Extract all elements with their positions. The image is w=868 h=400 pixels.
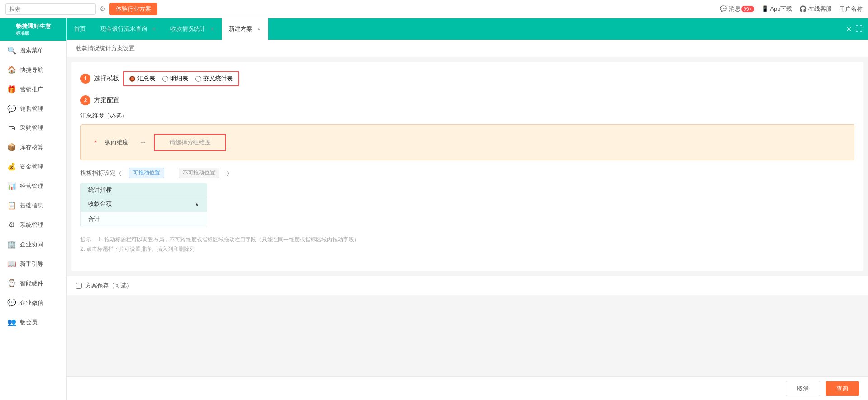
sidebar-item-weixin[interactable]: 💬 企业微信 bbox=[0, 293, 66, 312]
radio-detail-input[interactable] bbox=[162, 76, 168, 82]
search-menu-icon: 🔍 bbox=[7, 46, 16, 55]
sidebar-item-finance[interactable]: 💰 资金管理 bbox=[0, 157, 66, 176]
sidebar-item-smart-hw[interactable]: ⌚ 智能硬件 bbox=[0, 273, 66, 293]
logo-badge: 标准版 bbox=[16, 30, 51, 37]
logo-text: 畅捷通好生意 bbox=[16, 22, 51, 30]
indicator-table-row: 合计 bbox=[81, 211, 207, 227]
column-dropdown-icon[interactable]: ∨ bbox=[195, 201, 199, 207]
gear-icon[interactable]: ⚙ bbox=[99, 5, 106, 13]
tips-section: 提示： 1. 拖动标题栏可以调整布局，不可跨维度或指标区域拖动栏目字段（只能在同… bbox=[80, 236, 854, 253]
app-download[interactable]: 📱 App下载 bbox=[761, 5, 792, 13]
sidebar-item-purchase[interactable]: 🛍 采购管理 bbox=[0, 118, 66, 137]
search-input[interactable] bbox=[5, 3, 96, 15]
vertical-dimension-input[interactable]: 请选择分组维度 bbox=[154, 134, 226, 151]
operations-icon: 📊 bbox=[7, 182, 16, 190]
radio-detail[interactable]: 明细表 bbox=[162, 75, 188, 83]
online-support[interactable]: 🎧 在线客服 bbox=[799, 5, 832, 13]
notification-item[interactable]: 💬 消息99+ bbox=[720, 5, 754, 13]
top-bar: ⚙ 体验行业方案 💬 消息99+ 📱 App下载 🎧 在线客服 用户名称 bbox=[0, 0, 868, 18]
basic-info-icon: 📋 bbox=[7, 201, 16, 210]
sidebar-item-basic-info[interactable]: 📋 基础信息 bbox=[0, 196, 66, 215]
radio-summary[interactable]: 汇总表 bbox=[129, 75, 155, 83]
sidebar-item-marketing[interactable]: 🎁 营销推广 bbox=[0, 80, 66, 99]
sidebar: 畅捷通好生意 标准版 🔍 搜索菜单 🏠 快捷导航 🎁 营销推广 💬 销售管理 bbox=[0, 18, 67, 400]
radio-summary-label: 汇总表 bbox=[137, 75, 155, 83]
sidebar-item-label: 畅会员 bbox=[20, 318, 38, 326]
tab-new-plan[interactable]: 新建方案 ✕ bbox=[222, 18, 268, 40]
tab-close-icon[interactable]: ✕ bbox=[846, 25, 852, 33]
radio-cross[interactable]: 交叉统计表 bbox=[195, 75, 233, 83]
weixin-icon: 💬 bbox=[7, 298, 16, 307]
sidebar-item-search-menu[interactable]: 🔍 搜索菜单 bbox=[0, 41, 66, 60]
enterprise-icon: 🏢 bbox=[7, 240, 16, 249]
sidebar-item-label: 营销推广 bbox=[20, 85, 43, 94]
indicator-column-header-row: 收款金额 ∨ bbox=[81, 197, 207, 211]
step1-title: 选择模板 bbox=[94, 75, 119, 83]
step2-header: 2 方案配置 bbox=[80, 95, 854, 105]
tab-expand-icon[interactable]: ⛶ bbox=[855, 25, 863, 33]
system-icon: ⚙ bbox=[7, 221, 16, 229]
sidebar-item-label: 企业协同 bbox=[20, 240, 43, 249]
tip2: 2. 点击标题栏下拉可设置排序、插入列和删除列 bbox=[80, 245, 854, 253]
sidebar-item-label: 企业微信 bbox=[20, 299, 43, 307]
finance-icon: 💰 bbox=[7, 162, 16, 171]
tab-new-plan-close[interactable]: ✕ bbox=[257, 26, 261, 32]
radio-cross-label: 交叉统计表 bbox=[203, 75, 233, 83]
step1-header: 1 选择模板 汇总表 明细表 bbox=[80, 71, 854, 86]
guide-icon: 📖 bbox=[7, 259, 16, 268]
cancel-button[interactable]: 取消 bbox=[786, 381, 820, 396]
radio-cross-input[interactable] bbox=[195, 76, 201, 82]
quick-nav-icon: 🏠 bbox=[7, 66, 16, 74]
smart-hw-icon: ⌚ bbox=[7, 279, 16, 287]
sidebar-item-label: 经营管理 bbox=[20, 182, 43, 190]
bottom-save-section: 方案保存（可选） bbox=[67, 276, 868, 295]
tab-bar-actions: ✕ ⛶ bbox=[846, 25, 868, 33]
sidebar-item-inventory[interactable]: 📦 库存核算 bbox=[0, 137, 66, 157]
member-icon: 👥 bbox=[7, 318, 16, 326]
tab-cash-flow-close[interactable]: ✕ bbox=[152, 26, 156, 32]
indicator-table: 统计指标 收款金额 ∨ 合计 bbox=[80, 183, 207, 227]
step1-number: 1 bbox=[80, 74, 90, 84]
tab-cash-flow[interactable]: 现金银行流水查询 ✕ bbox=[93, 18, 163, 40]
sidebar-item-sales[interactable]: 💬 销售管理 bbox=[0, 99, 66, 118]
sidebar-item-operations[interactable]: 📊 经营管理 bbox=[0, 176, 66, 196]
query-button[interactable]: 查询 bbox=[826, 381, 859, 396]
tab-cash-flow-label: 现金银行流水查询 bbox=[100, 25, 147, 33]
tab-home[interactable]: 首页 bbox=[67, 18, 93, 40]
vertical-dimension-row: * 纵向维度 → 请选择分组维度 bbox=[94, 134, 840, 151]
save-plan-checkbox[interactable] bbox=[76, 283, 82, 289]
form-card: 1 选择模板 汇总表 明细表 bbox=[71, 62, 863, 271]
tab-receipt-stats[interactable]: 收款情况统计 ✕ bbox=[163, 18, 222, 40]
notification-badge: 99+ bbox=[741, 6, 755, 12]
user-name: 用户名称 bbox=[839, 5, 863, 13]
tab-new-plan-label: 新建方案 bbox=[229, 25, 252, 33]
marketing-icon: 🎁 bbox=[7, 85, 16, 94]
draggable-badge: 可拖动位置 bbox=[129, 168, 164, 178]
main-layout: 畅捷通好生意 标准版 🔍 搜索菜单 🏠 快捷导航 🎁 营销推广 💬 销售管理 bbox=[0, 18, 868, 400]
sidebar-item-label: 资金管理 bbox=[20, 163, 43, 171]
dimension-section-label: 汇总维度（必选） bbox=[80, 112, 854, 120]
sidebar-item-label: 库存核算 bbox=[20, 143, 43, 151]
step1-section: 1 选择模板 汇总表 明细表 bbox=[80, 71, 854, 86]
non-draggable-badge: 不可拖动位置 bbox=[179, 168, 219, 178]
sidebar-item-guide[interactable]: 📖 新手引导 bbox=[0, 254, 66, 273]
tab-receipt-stats-label: 收款情况统计 bbox=[170, 25, 206, 33]
indicator-label-suffix: ） bbox=[226, 169, 232, 177]
content-area: 首页 现金银行流水查询 ✕ 收款情况统计 ✕ 新建方案 ✕ ✕ ⛶ 收款情况统计… bbox=[67, 18, 868, 400]
sidebar-item-system[interactable]: ⚙ 系统管理 bbox=[0, 215, 66, 235]
trial-button[interactable]: 体验行业方案 bbox=[109, 3, 157, 15]
sidebar-item-label: 新手引导 bbox=[20, 260, 43, 268]
page-content: 收款情况统计方案设置 1 选择模板 汇总表 bbox=[67, 40, 868, 376]
sidebar-item-enterprise[interactable]: 🏢 企业协同 bbox=[0, 235, 66, 254]
dimension-area: * 纵向维度 → 请选择分组维度 bbox=[80, 124, 854, 160]
radio-detail-label: 明细表 bbox=[170, 75, 188, 83]
sales-icon: 💬 bbox=[7, 104, 16, 113]
indicator-label-row: 模板指标设定（ 可拖动位置 不可拖动位置 ） bbox=[80, 168, 854, 178]
top-bar-left: ⚙ 体验行业方案 bbox=[5, 3, 157, 15]
tab-receipt-stats-close[interactable]: ✕ bbox=[210, 26, 214, 32]
sidebar-item-member[interactable]: 👥 畅会员 bbox=[0, 312, 66, 332]
sidebar-item-quick-nav[interactable]: 🏠 快捷导航 bbox=[0, 60, 66, 80]
template-options-border: 汇总表 明细表 交叉统计表 bbox=[123, 71, 239, 86]
save-plan-label[interactable]: 方案保存（可选） bbox=[85, 282, 132, 290]
radio-summary-input[interactable] bbox=[129, 76, 135, 82]
